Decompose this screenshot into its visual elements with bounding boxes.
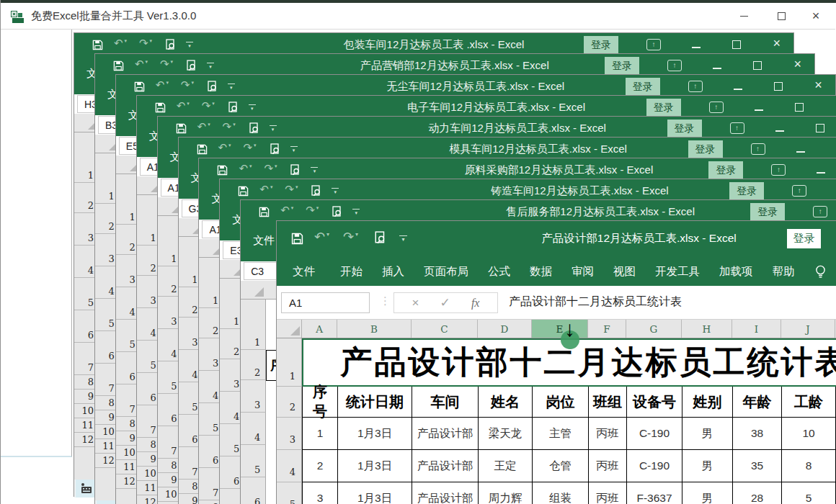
sheet-cell[interactable]: 男: [682, 482, 733, 504]
ribbon-tab-10[interactable]: 加载项: [719, 264, 753, 279]
column-header-E[interactable]: E: [532, 320, 588, 338]
sheet-cell[interactable]: 组装: [533, 482, 589, 504]
column-header-J[interactable]: J: [781, 320, 835, 338]
save-icon[interactable]: [155, 102, 166, 116]
print-preview-icon[interactable]: [187, 60, 197, 74]
sheet-cell[interactable]: 35: [733, 450, 782, 482]
save-icon[interactable]: [238, 186, 249, 199]
print-preview-icon[interactable]: [332, 206, 342, 220]
name-box[interactable]: A1: [281, 292, 370, 313]
ribbon-tab-6[interactable]: 数据: [530, 264, 552, 279]
print-preview-icon[interactable]: [311, 185, 321, 199]
login-button[interactable]: 登录: [646, 99, 681, 117]
row-header-cell[interactable]: 5: [277, 482, 302, 504]
ribbon-display-options-icon[interactable]: ↑: [813, 206, 827, 217]
ribbon-display-options-icon[interactable]: ↑: [688, 81, 703, 92]
ribbon-tab-2[interactable]: 开始: [340, 264, 363, 279]
formula-bar-grip-icon[interactable]: ⋮: [380, 294, 391, 307]
sheet-cell[interactable]: 梁天龙: [479, 418, 533, 450]
sheet-cell[interactable]: 仓管: [533, 450, 589, 482]
save-icon[interactable]: [291, 233, 303, 248]
ribbon-tab-4[interactable]: 页面布局: [424, 264, 468, 279]
redo-icon[interactable]: ↷: [223, 120, 236, 133]
close-button[interactable]: ×: [773, 36, 781, 51]
print-preview-icon[interactable]: [375, 231, 386, 247]
redo-icon[interactable]: ↷: [264, 162, 277, 175]
main-maximize-button[interactable]: [765, 3, 798, 30]
sheet-cell[interactable]: 1月3日: [338, 450, 412, 482]
minimize-button[interactable]: [734, 89, 742, 90]
login-button[interactable]: 登录: [605, 57, 639, 75]
sheet-cell[interactable]: 5: [782, 482, 836, 504]
sheet-cell[interactable]: 车间: [412, 387, 479, 418]
undo-icon[interactable]: ↶: [156, 78, 169, 91]
sheet-cell[interactable]: 3: [303, 482, 338, 504]
main-close-button[interactable]: ×: [799, 3, 832, 30]
save-icon[interactable]: [217, 165, 228, 179]
sheet-cell[interactable]: 班组: [589, 387, 627, 418]
ribbon-display-options-icon[interactable]: ↑: [646, 39, 661, 50]
ribbon-tab-5[interactable]: 公式: [488, 264, 510, 279]
sheet-cell[interactable]: C-190: [627, 418, 682, 450]
select-all-corner[interactable]: [277, 320, 302, 338]
sheet-cell[interactable]: 男: [682, 450, 733, 482]
sheet-cell[interactable]: 2: [303, 450, 338, 482]
row-header-cell[interactable]: 1: [277, 338, 302, 387]
sheet-cell[interactable]: C-190: [627, 450, 682, 482]
login-button[interactable]: 登录: [584, 36, 618, 54]
column-header-H[interactable]: H: [682, 320, 732, 338]
redo-icon[interactable]: ↷: [181, 78, 194, 91]
login-button[interactable]: 登录: [750, 203, 785, 221]
sheet-cell[interactable]: 1月3日: [338, 482, 412, 504]
ribbon-display-options-icon[interactable]: ↑: [667, 60, 682, 71]
sheet-cell[interactable]: 28: [733, 482, 782, 504]
ribbon-tab-3[interactable]: 插入: [382, 264, 404, 279]
sheet-cell[interactable]: 丙班: [589, 418, 627, 450]
undo-icon[interactable]: ↶: [239, 162, 252, 175]
minimize-button[interactable]: [713, 68, 721, 69]
maximize-button[interactable]: [816, 124, 824, 132]
tell-me-lightbulb-icon[interactable]: [814, 264, 827, 279]
sheet-cell[interactable]: 10: [782, 418, 836, 450]
excel-window-front[interactable]: ↶ ↷ ▾ 产品设计部12月达标员工表.xlsx - Excel 登录 文件开始…: [276, 220, 836, 504]
qat-dropdown-icon[interactable]: ▾: [228, 84, 235, 91]
login-button[interactable]: 登录: [667, 120, 702, 138]
sheet-cell[interactable]: 产品设计部: [412, 482, 479, 504]
maximize-button[interactable]: [795, 103, 804, 112]
sheet-cell[interactable]: 1: [303, 418, 338, 450]
ribbon-display-options-icon[interactable]: ↑: [792, 185, 806, 197]
sheet-cell[interactable]: 王定: [479, 450, 533, 482]
login-button[interactable]: 登录: [626, 78, 660, 96]
print-preview-icon[interactable]: [249, 122, 259, 137]
minimize-button[interactable]: [796, 151, 805, 153]
redo-icon[interactable]: ↷: [285, 183, 298, 196]
minimize-button[interactable]: [692, 47, 701, 48]
insert-function-icon[interactable]: fx: [471, 297, 480, 310]
qat-dropdown-icon[interactable]: ▾: [207, 63, 214, 70]
enter-icon[interactable]: ✓: [440, 295, 450, 310]
qat-dropdown-icon[interactable]: ▾: [290, 146, 298, 153]
redo-icon[interactable]: ↷: [202, 99, 215, 112]
row-header-cell[interactable]: 3: [241, 380, 266, 413]
ribbon-display-options-icon[interactable]: ↑: [771, 164, 786, 176]
sheet-cell[interactable]: 8: [782, 450, 836, 482]
save-icon[interactable]: [92, 40, 103, 53]
login-button[interactable]: 登录: [708, 161, 743, 179]
excel-title-bar[interactable]: ↶ ↷ ▾ 产品设计部12月达标员工表.xlsx - Excel 登录: [277, 221, 836, 257]
qat-dropdown-icon[interactable]: ▾: [249, 104, 256, 112]
column-header-B[interactable]: B: [337, 320, 412, 338]
sheet-cell[interactable]: 产品设计部: [412, 450, 479, 482]
file-list-panel[interactable]: [1, 30, 72, 457]
row-header-cell[interactable]: 4: [277, 450, 302, 482]
undo-icon[interactable]: ↶: [114, 37, 127, 50]
close-button[interactable]: ×: [793, 57, 801, 72]
sheet-cell[interactable]: 男: [682, 418, 733, 450]
column-header-C[interactable]: C: [412, 320, 478, 338]
print-preview-icon[interactable]: [290, 164, 301, 179]
sheet-cell[interactable]: 主管: [533, 418, 589, 450]
save-icon[interactable]: [197, 144, 208, 158]
row-header-cell[interactable]: 3: [277, 418, 302, 450]
undo-icon[interactable]: ↶: [177, 99, 190, 112]
close-button[interactable]: ×: [814, 78, 822, 93]
undo-icon[interactable]: ↶: [280, 204, 293, 217]
